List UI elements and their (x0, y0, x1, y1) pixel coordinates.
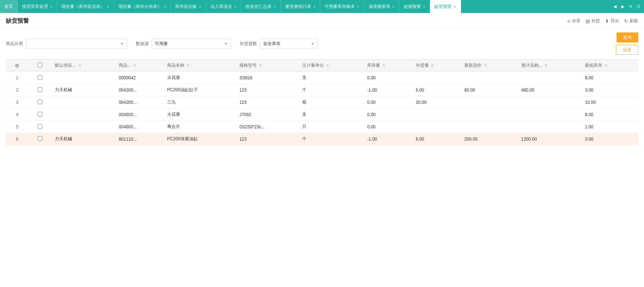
row-checkbox-cell[interactable] (29, 121, 51, 133)
row-number: 3 (6, 96, 29, 109)
sort-unit-icon: ⇅ (326, 63, 329, 67)
row-checkbox[interactable] (38, 75, 42, 80)
close-tab-inventory-dist[interactable]: × (164, 4, 166, 9)
close-tab-expiry-query[interactable]: × (392, 4, 395, 9)
tab-batch-account[interactable]: 库存批次账 × (171, 0, 206, 13)
table-row: 5 004800... 离合片 DS250*23c... 只 0.00 1.00 (6, 121, 638, 133)
th-replenish[interactable]: 补货量 ⇅ (412, 59, 461, 72)
row-product-name: PC200油缸缸子 (164, 84, 236, 96)
close-tab-inventory-status[interactable]: × (107, 4, 109, 9)
row-est-purchase: 1200.00 (518, 133, 582, 145)
th-stock[interactable]: 库存量 ⇅ (364, 59, 412, 72)
row-checkbox[interactable] (38, 87, 42, 92)
table-container: ⚙ 默认供应... ⇅ 商品... ⇅ 商品名称 ⇅ (0, 59, 644, 151)
refresh-button[interactable]: ↻ 刷新 (624, 18, 638, 24)
tab-inventory-status[interactable]: 现存量（库存状况表） × (57, 0, 114, 13)
row-unit: 支 (299, 109, 364, 121)
category-select[interactable]: ▼ (26, 39, 127, 49)
row-stock: -1.00 (364, 84, 412, 96)
row-unit: 个 (299, 133, 364, 145)
th-supplier[interactable]: 默认供应... ⇅ (51, 59, 115, 72)
th-min-stock[interactable]: 最低库存 ⇅ (581, 59, 638, 72)
row-min-stock: 3.00 (581, 133, 638, 145)
settings-gear-icon[interactable]: ⚙ (15, 63, 19, 69)
tab-home[interactable]: 首页 (0, 0, 18, 13)
tab-close-all[interactable]: ✕ (627, 3, 635, 10)
replenish-base-label: 补货基数 (240, 41, 257, 47)
filter-actions: 查询 设置 (616, 32, 638, 55)
row-min-stock: 10.00 (581, 96, 638, 109)
row-spec: DS250*23c... (236, 121, 299, 133)
row-checkbox-cell[interactable] (29, 96, 51, 109)
row-unit: 箱 (299, 96, 364, 109)
row-latest-price (461, 121, 518, 133)
row-product-name: 火花塞 (164, 109, 236, 121)
row-checkbox-cell[interactable] (29, 72, 51, 84)
export-button[interactable]: ⬆ 导出 (605, 18, 619, 24)
close-tab-batch-account[interactable]: × (199, 4, 201, 9)
tab-order-stats[interactable]: 要货单统计表 × (281, 0, 320, 13)
share-button[interactable]: ⎋ 分享 (567, 18, 580, 24)
row-supplier (51, 96, 115, 109)
row-min-stock: 1.00 (581, 121, 638, 133)
row-product-name: 火花塞 (164, 72, 236, 84)
sort-product-name-icon: ⇅ (187, 63, 190, 67)
row-stock: 0.00 (364, 96, 412, 109)
row-supplier (51, 109, 115, 121)
th-latest-price[interactable]: 最新进价 ⇅ (461, 59, 518, 72)
tab-expiry-query[interactable]: 保质期查询 × (364, 0, 399, 13)
row-min-stock: 3.00 (581, 84, 638, 96)
close-tab-defect-handling[interactable]: × (50, 4, 52, 9)
th-product-name[interactable]: 商品名称 ⇅ (164, 59, 236, 72)
replenish-button[interactable]: ▤ 补货 (586, 18, 600, 24)
close-tab-inout-flow[interactable]: × (234, 4, 236, 9)
row-supplier (51, 72, 115, 84)
filter-area: 商品分类 ▼ 数据源 可用量 ▼ 补货基数 安全库存 ▼ 查询 设置 (0, 28, 644, 59)
tab-inout-flow[interactable]: 出入库流水 × (206, 0, 241, 13)
close-tab-avail-ledger[interactable]: × (357, 4, 359, 9)
tab-maximize[interactable]: ⊡ (635, 3, 643, 10)
settings-button[interactable]: 设置 (616, 45, 638, 55)
row-unit: 个 (299, 84, 364, 96)
th-est-purchase[interactable]: 预计采购... ⇅ (518, 59, 582, 72)
datasource-select[interactable]: 可用量 ▼ (152, 39, 231, 49)
close-tab-recv-summary[interactable]: × (274, 4, 276, 9)
tab-shortage[interactable]: 缺货预警 × (430, 0, 461, 13)
sort-est-purchase-icon: ⇅ (544, 63, 547, 67)
th-settings[interactable]: ⚙ (6, 59, 29, 72)
tab-scroll-right[interactable]: ▶ (619, 3, 627, 10)
th-product-code[interactable]: 商品... ⇅ (115, 59, 164, 72)
replenish-base-value: 安全库存 (263, 41, 280, 47)
row-stock: 0.00 (364, 72, 412, 84)
tab-inventory-dist[interactable]: 现存量（库存分布表） × (114, 0, 171, 13)
close-tab-overstock[interactable]: × (423, 4, 425, 9)
close-tab-order-stats[interactable]: × (313, 4, 316, 9)
th-checkbox[interactable] (29, 59, 51, 72)
row-checkbox[interactable] (38, 100, 42, 104)
row-spec: 123 (236, 96, 299, 109)
row-checkbox-cell[interactable] (29, 84, 51, 96)
tab-scroll-left[interactable]: ◀ (611, 3, 619, 10)
table-body: 1 0000042 火花塞 SS816 支 0.00 8.00 2 力天机械 0… (6, 72, 638, 145)
th-spec[interactable]: 规格型号 ⇅ (236, 59, 299, 72)
row-checkbox-cell[interactable] (29, 109, 51, 121)
replenish-base-select[interactable]: 安全库存 ▼ (260, 39, 318, 49)
tab-overstock[interactable]: 超储预警 × (399, 0, 430, 13)
row-checkbox-cell[interactable] (29, 133, 51, 145)
query-button[interactable]: 查询 (617, 32, 638, 43)
row-est-purchase (518, 72, 582, 84)
tab-defect-handling[interactable]: 拣货异常处理 × (18, 0, 57, 13)
row-checkbox[interactable] (38, 124, 42, 129)
tab-recv-summary[interactable]: 收发存汇总表 × (241, 0, 280, 13)
row-latest-price (461, 109, 518, 121)
row-spec: J7092 (236, 109, 299, 121)
tab-avail-ledger[interactable]: 可用量库存账本 × (320, 0, 364, 13)
close-tab-shortage[interactable]: × (454, 4, 456, 9)
row-checkbox[interactable] (38, 112, 42, 116)
row-checkbox[interactable] (38, 136, 42, 141)
th-unit[interactable]: 主计量单位 ⇅ (299, 59, 364, 72)
row-product-code: 0000042 (115, 72, 164, 84)
row-number: 4 (6, 109, 29, 121)
select-all-checkbox[interactable] (38, 63, 42, 67)
row-product-code: 004200... (115, 96, 164, 109)
